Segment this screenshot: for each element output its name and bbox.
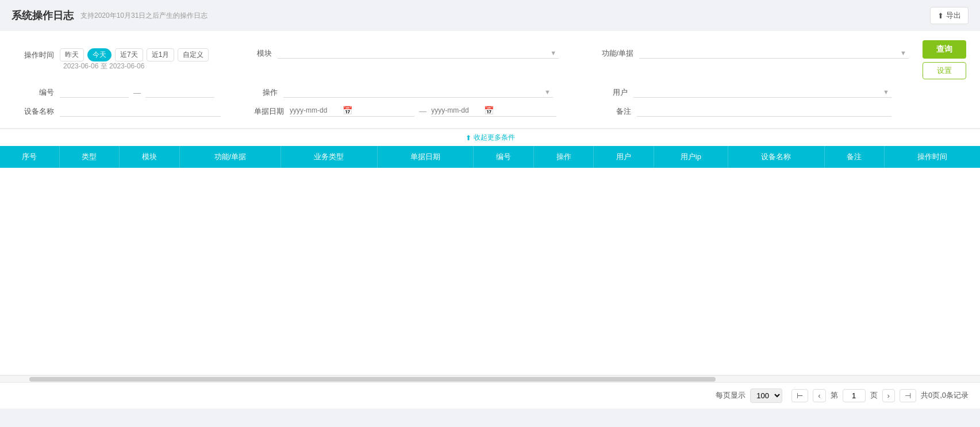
prev-page-button[interactable]: ‹ (813, 389, 825, 402)
header-left: 系统操作日志 支持2020年10月31日之后产生的操作日志 (11, 9, 207, 22)
remark-input[interactable] (637, 106, 892, 117)
time-filter-group: 昨天 今天 近7天 近1月 自定义 (60, 48, 209, 61)
col-voucher-date: 单据日期 (377, 146, 474, 168)
function-input[interactable] (639, 48, 898, 57)
remark-label: 备注 (579, 106, 631, 117)
col-module: 模块 (120, 146, 179, 168)
data-table: 序号 类型 模块 功能/单据 业务类型 单据日期 编号 操作 用户 用户ip 设… (0, 146, 980, 375)
total-info: 共0页,0条记录 (921, 390, 969, 401)
table-header: 序号 类型 模块 功能/单据 业务类型 单据日期 编号 操作 用户 用户ip 设… (0, 146, 980, 168)
operation-select-wrapper: ▼ (283, 87, 553, 98)
action-buttons: 查询 设置 (923, 40, 966, 79)
empty-cell (0, 168, 980, 375)
user-chevron-icon: ▼ (881, 89, 891, 95)
page-suffix: 页 (870, 390, 878, 401)
time-btn-7days[interactable]: 近7天 (115, 48, 143, 61)
filter-row-1: 操作时间 昨天 今天 近7天 近1月 自定义 2023-06-06 至 2023… (14, 40, 966, 79)
table-container: 序号 类型 模块 功能/单据 业务类型 单据日期 编号 操作 用户 用户ip 设… (0, 146, 980, 375)
query-button[interactable]: 查询 (923, 40, 966, 59)
device-label: 设备名称 (14, 106, 54, 117)
device-input[interactable] (60, 106, 221, 117)
export-label: 导出 (946, 10, 961, 21)
col-operation: 操作 (533, 146, 593, 168)
scrollbar-area[interactable] (0, 375, 980, 382)
user-label: 用户 (576, 87, 628, 98)
number-dash: — (133, 89, 141, 97)
time-btn-today[interactable]: 今天 (87, 48, 112, 61)
col-function: 功能/单据 (179, 146, 280, 168)
voucher-date-label: 单据日期 (244, 106, 284, 117)
user-filter-block: 用户 ▼ (576, 87, 891, 98)
date-dash: — (419, 107, 426, 116)
pagination-bar: 每页显示 100 20 50 200 ⊢ ‹ 第 页 › ⊣ 共0页,0条记录 (0, 382, 980, 409)
col-seq: 序号 (0, 146, 59, 168)
user-input[interactable] (633, 87, 881, 96)
time-filter-block: 操作时间 昨天 今天 近7天 近1月 自定义 2023-06-06 至 2023… (14, 48, 209, 71)
operation-filter-block: 操作 ▼ (237, 87, 553, 98)
function-select-wrapper: ▼ (639, 48, 909, 59)
time-range-text: 2023-06-06 至 2023-06-06 (63, 62, 144, 70)
empty-row (0, 168, 980, 375)
operation-label: 操作 (237, 87, 278, 98)
remark-filter-block: 备注 (579, 106, 892, 117)
col-biz-type: 业务类型 (281, 146, 378, 168)
calendar-to-icon[interactable]: 📅 (484, 106, 494, 115)
function-label: 功能/单据 (582, 48, 633, 59)
page-label: 第 (831, 390, 838, 401)
page-header: 系统操作日志 支持2020年10月31日之后产生的操作日志 ⬆ 导出 (0, 0, 980, 31)
number-to-input[interactable] (145, 87, 214, 98)
filter-row-3: 设备名称 单据日期 📅 — 📅 备注 (14, 106, 966, 117)
operation-input[interactable] (283, 87, 542, 96)
function-filter-block: 功能/单据 ▼ (582, 48, 909, 59)
per-page-select[interactable]: 100 20 50 200 (750, 388, 782, 403)
first-page-button[interactable]: ⊢ (791, 389, 808, 402)
next-page-button[interactable]: › (882, 389, 895, 402)
table-header-row: 序号 类型 模块 功能/单据 业务类型 单据日期 编号 操作 用户 用户ip 设… (0, 146, 980, 168)
table-body (0, 168, 980, 375)
time-btn-custom[interactable]: 自定义 (178, 48, 209, 61)
module-select-wrapper: ▼ (278, 48, 559, 59)
col-user-ip: 用户ip (654, 146, 728, 168)
date-to-wrapper: 📅 (431, 106, 556, 117)
scrollbar-thumb[interactable] (29, 377, 716, 382)
number-filter-block: 编号 — (14, 87, 214, 98)
number-label: 编号 (14, 87, 54, 98)
calendar-from-icon[interactable]: 📅 (343, 106, 352, 115)
date-from-wrapper: 📅 (290, 106, 414, 117)
page-title: 系统操作日志 (11, 9, 74, 22)
filter-panel: 操作时间 昨天 今天 近7天 近1月 自定义 2023-06-06 至 2023… (0, 31, 980, 129)
module-chevron-icon: ▼ (548, 49, 559, 56)
device-filter-block: 设备名称 (14, 106, 221, 117)
collapse-label: 收起更多条件 (474, 133, 515, 143)
col-device: 设备名称 (728, 146, 824, 168)
col-type: 类型 (59, 146, 119, 168)
collapse-up-icon: ⬆ (466, 134, 471, 142)
col-user: 用户 (594, 146, 654, 168)
user-select-wrapper: ▼ (633, 87, 891, 98)
function-chevron-icon: ▼ (898, 49, 909, 56)
voucher-date-filter-block: 单据日期 📅 — 📅 (244, 106, 556, 117)
page-number-input[interactable] (843, 389, 866, 402)
date-to-input[interactable] (431, 106, 482, 114)
export-button[interactable]: ⬆ 导出 (930, 7, 969, 24)
module-label: 模块 (232, 48, 272, 59)
col-number: 编号 (474, 146, 533, 168)
number-from-input[interactable] (60, 87, 129, 98)
time-btn-1month[interactable]: 近1月 (147, 48, 175, 61)
last-page-button[interactable]: ⊣ (900, 389, 916, 402)
export-icon: ⬆ (937, 11, 944, 20)
page-subtitle: 支持2020年10月31日之后产生的操作日志 (80, 11, 207, 21)
col-op-time: 操作时间 (884, 146, 980, 168)
filter-row-2: 编号 — 操作 ▼ 用户 ▼ (14, 87, 966, 98)
date-from-input[interactable] (290, 106, 340, 114)
collapse-bar[interactable]: ⬆ 收起更多条件 (0, 129, 980, 146)
module-filter-block: 模块 ▼ (232, 48, 559, 59)
operation-chevron-icon: ▼ (542, 89, 553, 95)
settings-button[interactable]: 设置 (923, 62, 966, 79)
module-input[interactable] (278, 48, 548, 57)
col-remark: 备注 (824, 146, 884, 168)
time-btn-yesterday[interactable]: 昨天 (60, 48, 84, 61)
per-page-label: 每页显示 (716, 390, 745, 401)
time-label: 操作时间 (14, 50, 54, 60)
